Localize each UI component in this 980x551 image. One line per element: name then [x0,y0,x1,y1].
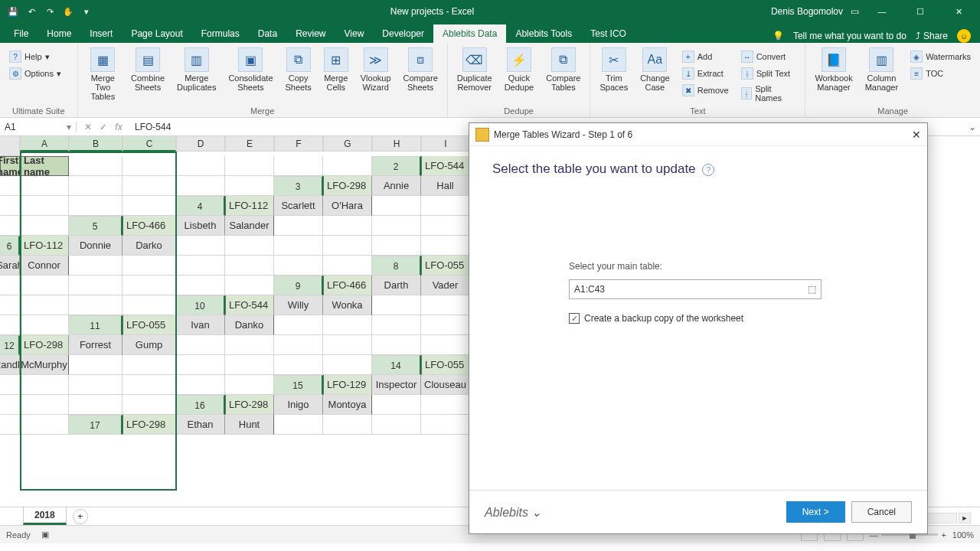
empty-cell[interactable] [122,196,176,216]
cell-firstname[interactable]: Ethan [176,415,225,435]
empty-cell[interactable] [69,196,122,216]
cell-project[interactable]: LFO-544 [421,156,470,176]
row-header-4[interactable]: 4 [176,196,225,216]
empty-cell[interactable] [0,216,20,236]
name-box[interactable]: A1▾ [0,122,77,132]
toc-button[interactable]: ≡TOC [907,66,974,81]
row-header-3[interactable]: 3 [274,176,323,196]
empty-cell[interactable] [421,216,470,236]
cell-lastname[interactable]: Clouseau [421,375,470,395]
range-input[interactable]: A1:C43 ⬚ [569,279,822,299]
column-header-I[interactable]: I [421,136,470,152]
empty-cell[interactable] [225,335,274,355]
empty-cell[interactable] [122,375,176,395]
empty-cell[interactable] [274,335,323,355]
cell-firstname[interactable]: Sarah [0,256,20,276]
empty-cell[interactable] [274,216,323,236]
empty-cell[interactable] [323,355,372,375]
empty-cell[interactable] [323,256,372,276]
maximize-button[interactable]: ☐ [905,1,936,22]
scroll-right-button[interactable]: ► [959,513,971,523]
share-button[interactable]: ⤴ Share [916,31,948,41]
empty-cell[interactable] [176,375,225,395]
empty-cell[interactable] [0,415,20,435]
cancel-formula-icon[interactable]: ✕ [81,122,95,132]
dialog-close-button[interactable]: ✕ [912,129,921,141]
cell-lastname[interactable]: Gump [122,335,176,355]
cell-lastname[interactable]: Montoya [323,395,372,415]
empty-cell[interactable] [323,236,372,256]
empty-cell[interactable] [122,295,176,315]
trim-spaces-button[interactable]: ✂TrimSpaces [596,46,631,104]
cell-project[interactable]: LFO-298 [122,415,176,435]
formula-collapse-icon[interactable]: ⌄ [965,122,980,132]
cell-lastname[interactable]: Connor [20,256,69,276]
compare-sheets-button[interactable]: ⧈CompareSheets [400,46,441,103]
tab-view[interactable]: View [335,24,374,43]
empty-cell[interactable] [69,156,122,176]
cell-firstname[interactable]: Lisbeth [176,216,225,236]
tab-insert[interactable]: Insert [80,24,122,43]
empty-cell[interactable] [20,216,69,236]
empty-cell[interactable] [69,176,122,196]
empty-cell[interactable] [0,315,20,335]
cell-project[interactable]: LFO-112 [20,236,69,256]
row-header-12[interactable]: 12 [0,335,20,355]
tab-ablebits-data[interactable]: Ablebits Data [433,24,506,43]
sheet-tab-2018[interactable]: 2018 [23,507,67,525]
cell-firstname[interactable]: Inspector [372,375,421,395]
feedback-icon[interactable]: ☺ [957,29,971,43]
tab-test-ico[interactable]: Test ICO [581,24,635,43]
empty-cell[interactable] [274,156,323,176]
empty-cell[interactable] [20,276,69,295]
remove-text-button[interactable]: ✖Remove [679,83,732,98]
cell-project[interactable]: LFO-129 [323,375,372,395]
empty-cell[interactable] [421,295,470,315]
row-header-9[interactable]: 9 [274,276,323,295]
split-names-button[interactable]: ⟊Split Names [738,83,799,104]
select-all-corner[interactable] [0,136,20,156]
tab-formulas[interactable]: Formulas [192,24,249,43]
quick-dedupe-button[interactable]: ⚡QuickDedupe [501,46,537,93]
empty-cell[interactable] [274,315,323,335]
empty-cell[interactable] [176,276,225,295]
cell-project[interactable]: LFO-055 [122,315,176,335]
add-sheet-button[interactable]: + [73,509,88,524]
cell-firstname[interactable]: Randle [0,355,20,375]
compare-tables-button[interactable]: ⧉CompareTables [543,46,583,93]
empty-cell[interactable] [176,256,225,276]
row-header-10[interactable]: 10 [176,295,225,315]
empty-cell[interactable] [323,415,372,435]
cell-lastname[interactable]: Darko [122,236,176,256]
empty-cell[interactable] [0,196,20,216]
empty-cell[interactable] [122,256,176,276]
empty-cell[interactable] [372,196,421,216]
close-button[interactable]: ✕ [943,1,974,22]
empty-cell[interactable] [421,415,470,435]
empty-cell[interactable] [323,335,372,355]
split-text-button[interactable]: ⟊Split Text [738,66,799,81]
empty-cell[interactable] [225,176,274,196]
cell-project[interactable]: LFO-466 [122,216,176,236]
tell-me-input[interactable]: Tell me what you want to do [793,31,906,41]
empty-cell[interactable] [122,395,176,415]
cell-lastname[interactable]: Hunt [225,415,274,435]
tab-data[interactable]: Data [249,24,286,43]
tab-developer[interactable]: Developer [373,24,433,43]
column-header-C[interactable]: C [122,136,176,152]
cell-lastname[interactable]: Wonka [323,295,372,315]
empty-cell[interactable] [0,276,20,295]
empty-cell[interactable] [176,236,225,256]
workbook-manager-button[interactable]: 📘WorkbookManager [812,46,855,93]
extract-text-button[interactable]: ⤓Extract [679,66,732,81]
cell-lastname[interactable]: Hall [421,176,470,196]
cell-firstname[interactable]: Donnie [69,236,122,256]
consolidate-sheets-button[interactable]: ▣ConsolidateSheets [225,46,276,103]
empty-cell[interactable] [69,375,122,395]
tab-review[interactable]: Review [286,24,335,43]
empty-cell[interactable] [176,335,225,355]
ribbon-options-icon[interactable]: ▭ [851,6,859,17]
cell-project[interactable]: LFO-298 [225,395,274,415]
cancel-button[interactable]: Cancel [851,501,912,523]
empty-cell[interactable] [0,375,20,395]
